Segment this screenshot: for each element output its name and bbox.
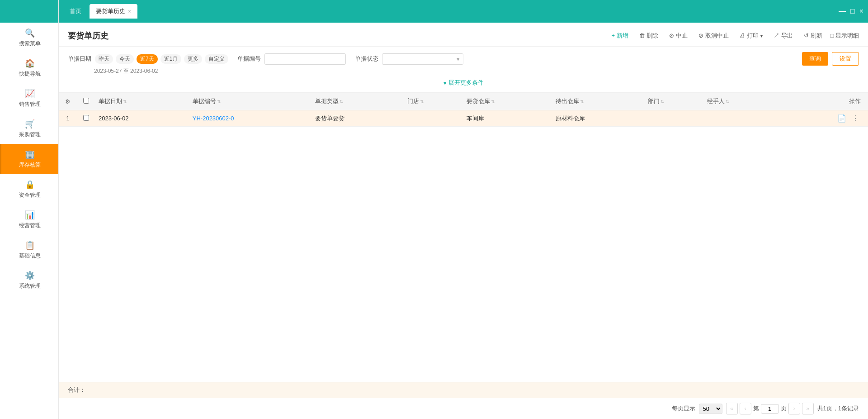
cell-type: 要货单要货 bbox=[311, 110, 404, 127]
export-button[interactable]: ↗ 导出 bbox=[771, 30, 796, 42]
status-select[interactable] bbox=[382, 53, 463, 65]
settings-button[interactable]: 设置 bbox=[832, 52, 859, 66]
query-button[interactable]: 查询 bbox=[802, 52, 828, 66]
tab-active[interactable]: 要货单历史 × bbox=[90, 4, 137, 19]
per-page-select[interactable]: 50 100 200 bbox=[699, 404, 722, 414]
sidebar-item-search-menu[interactable]: 🔍 搜索菜单 bbox=[0, 23, 58, 53]
page-input[interactable] bbox=[761, 404, 779, 414]
total-info: 共1页，1条记录 bbox=[817, 405, 859, 413]
delete-button-label: 🗑 删除 bbox=[639, 32, 659, 40]
window-close-icon[interactable]: × bbox=[859, 7, 863, 15]
sidebar-item-sales[interactable]: 📈 销售管理 bbox=[0, 83, 58, 114]
finance-label: 资金管理 bbox=[19, 191, 41, 199]
th-operation: 操作 bbox=[777, 93, 868, 110]
th-department: 部门⇅ bbox=[644, 93, 703, 110]
date-tag-近7天[interactable]: 近7天 bbox=[137, 54, 158, 64]
cell-date: 2023-06-02 bbox=[95, 110, 189, 127]
print-button[interactable]: 🖨 打印 ▾ bbox=[737, 30, 766, 42]
tab-close-icon[interactable]: × bbox=[128, 8, 131, 14]
search-menu-icon: 🔍 bbox=[25, 28, 35, 38]
sidebar-item-quick-nav[interactable]: 🏠 快捷导航 bbox=[0, 53, 58, 83]
status-filter: 单据状态 ▾ bbox=[355, 53, 463, 65]
quick-nav-label: 快捷导航 bbox=[19, 70, 41, 78]
maximize-icon[interactable]: □ bbox=[850, 7, 855, 15]
basic-info-icon: 📋 bbox=[25, 240, 35, 250]
expand-more-button[interactable]: ▾ 展开更多条件 bbox=[68, 79, 859, 87]
refresh-button[interactable]: ↺ 刷新 bbox=[801, 30, 825, 42]
page-title: 要货单历史 bbox=[68, 30, 108, 41]
purchase-icon: 🛒 bbox=[25, 119, 35, 129]
basic-info-label: 基础信息 bbox=[19, 252, 41, 260]
th-checkbox bbox=[77, 93, 95, 110]
th-req-warehouse: 要货仓库⇅ bbox=[463, 93, 552, 110]
system-label: 系统管理 bbox=[19, 282, 41, 290]
filter-row: 单据日期 昨天今天近7天近1月更多自定义 单据编号 单据状态 ▾ bbox=[68, 52, 859, 66]
print-dropdown-icon[interactable]: ▾ bbox=[760, 33, 763, 38]
page-content: 要货单历史 + 新增 🗑 删除 ⊘ 中止 ⊘ 取消中止 🖨 打印 ▾ bbox=[59, 23, 868, 419]
sidebar-item-inventory[interactable]: 🏢 库存核算 bbox=[0, 144, 58, 174]
doc-number-label: 单据编号 bbox=[237, 55, 261, 63]
minimize-icon[interactable]: — bbox=[839, 7, 846, 15]
date-tag-昨天[interactable]: 昨天 bbox=[95, 54, 113, 64]
status-select-wrap: ▾ bbox=[382, 53, 463, 65]
per-page-label: 每页显示 bbox=[672, 405, 695, 413]
page-header: 要货单历史 + 新增 🗑 删除 ⊘ 中止 ⊘ 取消中止 🖨 打印 ▾ bbox=[59, 23, 868, 47]
stop-button-label: ⊘ 中止 bbox=[669, 32, 688, 40]
date-range-display: 2023-05-27 至 2023-06-02 bbox=[94, 68, 158, 74]
doc-number-link[interactable]: YH-20230602-0 bbox=[193, 115, 234, 122]
tab-active-label: 要货单历史 bbox=[96, 7, 125, 15]
operations-icon: 📊 bbox=[25, 210, 35, 220]
prev-page-button[interactable]: ‹ bbox=[740, 403, 751, 414]
display-detail-label: □ 显示明细 bbox=[830, 32, 859, 40]
first-page-button[interactable]: « bbox=[726, 403, 738, 414]
date-filter-tags: 昨天今天近7天近1月更多自定义 bbox=[95, 54, 228, 64]
select-all-checkbox[interactable] bbox=[83, 98, 89, 104]
delete-button[interactable]: 🗑 删除 bbox=[637, 30, 661, 42]
display-detail-toggle[interactable]: □ 显示明细 bbox=[830, 32, 859, 40]
cancel-stop-button[interactable]: ⊘ 取消中止 bbox=[696, 30, 731, 42]
sidebar-item-purchase[interactable]: 🛒 采购管理 bbox=[0, 114, 58, 144]
date-tag-今天[interactable]: 今天 bbox=[116, 54, 134, 64]
th-number: 单据编号⇅ bbox=[189, 93, 312, 110]
next-page-button[interactable]: › bbox=[788, 403, 800, 414]
operations-label: 经营管理 bbox=[19, 222, 41, 229]
pagination: 每页显示 50 100 200 « ‹ 第 页 › » 共1页，1条记录 bbox=[59, 398, 868, 419]
th-type: 单据类型⇅ bbox=[311, 93, 404, 110]
search-menu-label: 搜索菜单 bbox=[19, 40, 41, 48]
op-view-icon[interactable]: 📄 bbox=[835, 114, 848, 123]
date-tag-更多[interactable]: 更多 bbox=[184, 54, 202, 64]
sidebar-item-system[interactable]: ⚙️ 系统管理 bbox=[0, 265, 58, 295]
sidebar-item-operations[interactable]: 📊 经营管理 bbox=[0, 205, 58, 235]
sidebar-logo bbox=[0, 0, 58, 23]
page-end-label: 页 bbox=[781, 405, 787, 413]
table-wrap: ⚙ 单据日期⇅ 单据编号⇅ 单据类型⇅ 门店⇅ 要货仓库⇅ 待出仓库⇅ 部门⇅ … bbox=[59, 93, 868, 382]
th-handler: 经手人⇅ bbox=[703, 93, 778, 110]
table-footer: 合计： bbox=[59, 382, 868, 398]
main-content: 首页 要货单历史 × — □ × 要货单历史 + 新增 🗑 删除 bbox=[59, 0, 868, 419]
row-checkbox[interactable] bbox=[83, 115, 89, 121]
new-button[interactable]: + 新增 bbox=[609, 30, 631, 42]
cell-pending-warehouse: 原材料仓库 bbox=[552, 110, 644, 127]
cell-operation: 📄 ⋮ bbox=[777, 110, 868, 127]
cell-number: YH-20230602-0 bbox=[189, 110, 312, 127]
op-more-icon[interactable]: ⋮ bbox=[850, 114, 861, 123]
page-nav: « ‹ 第 页 › » bbox=[726, 403, 814, 414]
stop-button[interactable]: ⊘ 中止 bbox=[666, 30, 690, 42]
last-page-button[interactable]: » bbox=[802, 403, 814, 414]
doc-number-input[interactable] bbox=[264, 53, 346, 65]
sidebar: 🔍 搜索菜单 🏠 快捷导航 📈 销售管理 🛒 采购管理 🏢 库存核算 🔒 资金管… bbox=[0, 0, 59, 419]
date-tag-近1月[interactable]: 近1月 bbox=[160, 54, 182, 64]
refresh-button-label: ↺ 刷新 bbox=[804, 32, 822, 40]
th-date: 单据日期⇅ bbox=[95, 93, 189, 110]
sidebar-item-basic-info[interactable]: 📋 基础信息 bbox=[0, 235, 58, 265]
th-settings[interactable]: ⚙ bbox=[59, 93, 77, 110]
table-header-row: ⚙ 单据日期⇅ 单据编号⇅ 单据类型⇅ 门店⇅ 要货仓库⇅ 待出仓库⇅ 部门⇅ … bbox=[59, 93, 868, 110]
sidebar-item-finance[interactable]: 🔒 资金管理 bbox=[0, 174, 58, 205]
cell-index: 1 bbox=[59, 110, 77, 127]
purchase-label: 采购管理 bbox=[19, 131, 41, 138]
tab-home[interactable]: 首页 bbox=[63, 4, 88, 19]
cell-store bbox=[404, 110, 463, 127]
window-controls: — □ × bbox=[839, 7, 863, 15]
finance-icon: 🔒 bbox=[25, 180, 35, 190]
date-tag-自定义[interactable]: 自定义 bbox=[205, 54, 228, 64]
